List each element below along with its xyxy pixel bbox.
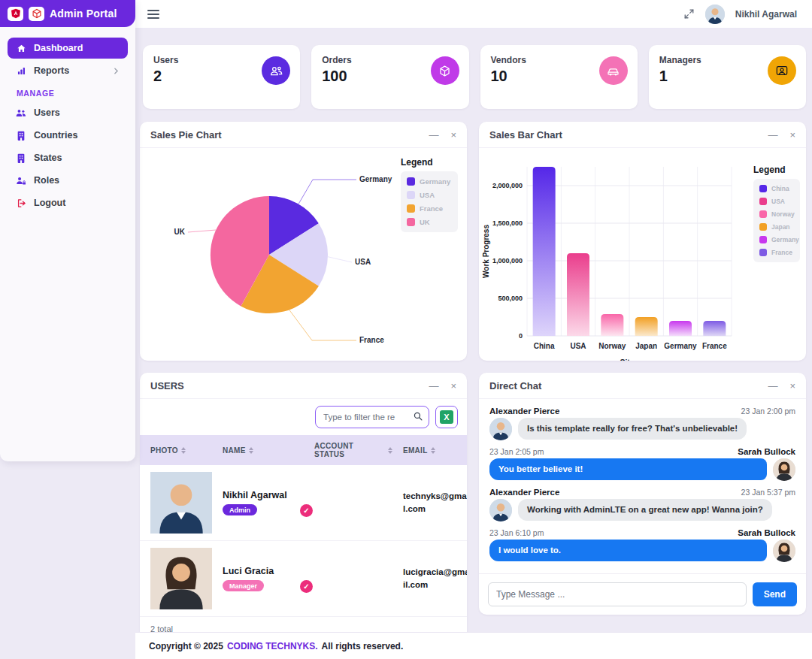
legend-title: Legend (753, 165, 800, 175)
send-button[interactable]: Send (753, 582, 797, 606)
legend-item: France (759, 249, 794, 256)
table-filter-input[interactable] (315, 406, 429, 428)
legend-swatch (407, 204, 415, 213)
card-title: Sales Bar Chart (489, 129, 562, 141)
stat-card-managers: Managers 1 (649, 45, 806, 109)
user-photo (150, 548, 212, 609)
chat-message-input[interactable] (488, 582, 747, 606)
chat-bubble: You better believe it! (489, 458, 767, 480)
svg-text:France: France (702, 342, 727, 350)
brand-title: Admin Portal (50, 8, 117, 20)
svg-text:2,000,000: 2,000,000 (492, 182, 523, 189)
legend-swatch (759, 249, 767, 256)
svg-text:China: China (534, 342, 555, 350)
logout-icon (16, 198, 26, 208)
sidebar-item-label: Countries (34, 130, 77, 141)
legend-swatch (759, 198, 767, 205)
svg-text:Sites: Sites (620, 358, 638, 361)
column-header-photo[interactable]: PHOTO (140, 435, 212, 465)
user-photo (150, 472, 212, 534)
sidebar-item-label: Reports (34, 65, 69, 76)
check-icon: ✓ (300, 580, 313, 593)
chevron-right-icon (112, 67, 120, 75)
footer: Copyright © 2025 CODING TECHNYKS. All ri… (135, 632, 812, 659)
sidebar-item-label: Dashboard (34, 43, 83, 53)
svg-text:USA: USA (355, 258, 371, 266)
check-icon: ✓ (300, 504, 313, 517)
fullscreen-icon[interactable] (683, 8, 695, 20)
menu-toggle-icon[interactable] (147, 8, 159, 21)
sidebar-item-users[interactable]: Users (8, 102, 128, 123)
column-header-email[interactable]: EMAIL (392, 435, 467, 465)
sidebar-item-roles[interactable]: Roles (8, 170, 128, 191)
legend-title: Legend (401, 157, 458, 168)
bar-chart-icon (16, 66, 26, 76)
sales-bar-chart-card: Sales Bar Chart — × 0500,0001,000,0001,5… (479, 122, 806, 361)
legend-swatch (759, 185, 767, 192)
svg-text:Japan: Japan (635, 342, 657, 350)
users-table-card: USERS — × X PHOTO NAME (140, 373, 467, 641)
column-header-name[interactable]: NAME (212, 435, 304, 465)
minimize-icon[interactable]: — (429, 381, 438, 391)
legend-swatch (407, 218, 415, 226)
chat-bubble: I would love to. (489, 540, 767, 561)
close-icon[interactable]: × (789, 130, 795, 140)
minimize-icon[interactable]: — (768, 130, 777, 140)
stat-card-orders: Orders 100 (311, 45, 468, 109)
chat-message: 23 Jan 6:10 pmSarah Bullock I would love… (489, 528, 795, 562)
legend-swatch (407, 191, 415, 199)
chat-avatar (773, 458, 795, 481)
topbar-user-name: Nikhil Agarwal (735, 9, 797, 20)
svg-text:UK: UK (174, 228, 186, 236)
stat-card-vendors: Vendors 10 (480, 45, 638, 109)
svg-text:0: 0 (519, 332, 523, 340)
sales-pie-chart-card: Sales Pie Chart — × GermanyUSAFranceUK L… (140, 122, 467, 361)
svg-text:France: France (359, 336, 384, 344)
card-title: USERS (150, 380, 184, 391)
column-header-account-status[interactable]: ACCOUNT STATUS (304, 435, 392, 465)
home-icon (16, 44, 26, 53)
user-avatar[interactable] (705, 5, 725, 24)
minimize-icon[interactable]: — (768, 381, 777, 391)
close-icon[interactable]: × (450, 130, 456, 140)
sidebar-item-states[interactable]: States (8, 147, 128, 168)
cube-icon (431, 56, 459, 85)
minimize-icon[interactable]: — (429, 130, 438, 140)
export-excel-button[interactable]: X (435, 406, 458, 428)
sidebar: Admin Portal Dashboard Reports MANAGE Us… (0, 0, 135, 461)
sidebar-item-dashboard[interactable]: Dashboard (8, 38, 128, 59)
chat-avatar (489, 418, 512, 440)
sidebar-item-countries[interactable]: Countries (8, 125, 128, 146)
direct-chat-card: Direct Chat — × Alexander Pierce23 Jan 2… (479, 373, 806, 615)
topbar: Nikhil Agarwal (135, 0, 812, 29)
sort-icon (249, 447, 253, 454)
legend-item: Japan (759, 223, 794, 231)
id-card-icon (768, 56, 796, 85)
sidebar-item-label: Roles (34, 175, 59, 186)
car-icon (599, 56, 628, 85)
table-row: Nikhil Agarwal Admin ✓ technyks@gmail.co… (140, 465, 467, 541)
legend-swatch (407, 177, 415, 186)
chat-bubble: Working with AdminLTE on a great new app… (518, 499, 772, 521)
close-icon[interactable]: × (789, 381, 795, 391)
sidebar-item-label: Users (34, 107, 60, 118)
role-badge: Manager (223, 580, 264, 591)
close-icon[interactable]: × (450, 381, 456, 391)
svg-text:1,500,000: 1,500,000 (492, 219, 523, 227)
svg-text:500,000: 500,000 (498, 295, 523, 302)
sidebar-item-reports[interactable]: Reports (8, 60, 128, 81)
footer-brand-link[interactable]: CODING TECHNYKS. (227, 641, 318, 651)
chat-message: Alexander Pierce23 Jan 5:37 pm Working w… (489, 488, 795, 521)
svg-text:USA: USA (570, 342, 586, 350)
bar-chart-svg: 0500,0001,000,0001,500,0002,000,000China… (479, 159, 744, 361)
box-logo-icon (29, 7, 44, 21)
sort-icon (181, 447, 186, 454)
sidebar-item-logout[interactable]: Logout (8, 192, 128, 213)
legend-item: Norway (759, 210, 794, 218)
svg-text:Germany: Germany (359, 175, 392, 183)
sidebar-section-manage: MANAGE (17, 89, 128, 98)
main-content: Users 2 Orders 100 Vendors 10 Managers 1 (135, 29, 812, 632)
users-group-icon (262, 56, 290, 85)
table-header: PHOTO NAME ACCOUNT STATUS EMAIL (140, 435, 467, 465)
legend-item: Germany (407, 177, 452, 186)
